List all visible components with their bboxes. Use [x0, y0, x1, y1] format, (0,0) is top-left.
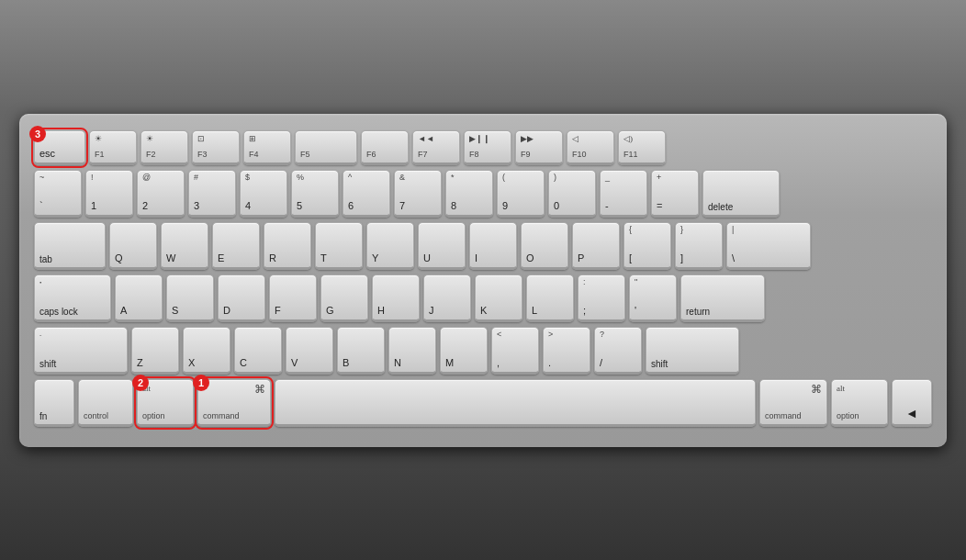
f8-icon: ▶❙❙	[469, 134, 490, 143]
1-key[interactable]: ! 1	[85, 170, 133, 218]
m-key[interactable]: M	[440, 327, 488, 375]
f8-key[interactable]: ▶❙❙ F8	[464, 130, 511, 165]
7-key[interactable]: & 7	[394, 170, 442, 218]
d-key[interactable]: D	[218, 274, 265, 322]
caps-lock-key[interactable]: • caps lock	[34, 274, 111, 322]
option-key-right[interactable]: alt option	[831, 379, 888, 427]
command-key-left[interactable]: 1 ⌘ command	[197, 379, 271, 427]
qwerty-row: tab Q W E R T Y U I O P { [ } ]	[34, 222, 932, 270]
z-key[interactable]: Z	[131, 327, 179, 375]
f10-icon: ◁	[572, 134, 578, 143]
6-key[interactable]: ^ 6	[343, 170, 390, 218]
f10-label: F10	[572, 151, 587, 160]
option-badge: 2	[132, 375, 149, 391]
x-key[interactable]: X	[183, 327, 230, 375]
o-key[interactable]: O	[521, 222, 568, 270]
4-key[interactable]: $ 4	[240, 170, 287, 218]
f2-label: F2	[146, 151, 156, 160]
zxcv-row: - shift Z X C V B N M < , > .	[34, 327, 932, 375]
f7-key[interactable]: ◄◄ F7	[412, 130, 460, 165]
return-key[interactable]: return	[680, 274, 765, 322]
c-key[interactable]: C	[234, 327, 282, 375]
3-key[interactable]: # 3	[188, 170, 236, 218]
q-key[interactable]: Q	[109, 222, 157, 270]
backslash-key[interactable]: | \	[726, 222, 811, 270]
minus-key[interactable]: _ -	[600, 170, 647, 218]
period-key[interactable]: > .	[543, 327, 590, 375]
e-key[interactable]: E	[212, 222, 260, 270]
f7-icon: ◄◄	[418, 134, 434, 143]
f1-key[interactable]: ☀ F1	[89, 130, 137, 165]
f11-label: F11	[623, 151, 638, 160]
w-key[interactable]: W	[161, 222, 208, 270]
esc-key[interactable]: 3 esc	[34, 130, 85, 165]
right-shift-key[interactable]: shift	[646, 327, 739, 375]
bracket-left-key[interactable]: { [	[623, 222, 671, 270]
fn-row: 3 esc ☀ F1 ☀ F2 ⊡ F3 ⊞ F4	[34, 130, 932, 165]
command-key-right[interactable]: ⌘ command	[759, 379, 827, 427]
f5-label: F5	[300, 151, 310, 160]
f11-icon: ◁)	[623, 134, 633, 143]
y-key[interactable]: Y	[366, 222, 414, 270]
f-key[interactable]: F	[269, 274, 317, 322]
f6-key[interactable]: F6	[361, 130, 409, 165]
left-shift-key[interactable]: - shift	[34, 327, 128, 375]
spacebar-key[interactable]	[275, 379, 756, 427]
left-arrow-key[interactable]: ◄	[892, 379, 932, 427]
option-label-left: option	[142, 412, 165, 421]
bracket-right-key[interactable]: } ]	[675, 222, 723, 270]
f3-icon: ⊡	[197, 134, 205, 143]
f4-key[interactable]: ⊞ F4	[243, 130, 291, 165]
bottom-row: fn control 2 alt option 1 ⌘ command	[34, 379, 932, 427]
command-label-left: command	[203, 412, 240, 421]
9-key[interactable]: ( 9	[497, 170, 545, 218]
keyboard-body: 3 esc ☀ F1 ☀ F2 ⊡ F3 ⊞ F4	[19, 114, 947, 447]
f6-label: F6	[366, 151, 376, 160]
j-key[interactable]: J	[423, 274, 471, 322]
n-key[interactable]: N	[388, 327, 436, 375]
delete-key[interactable]: delete	[702, 170, 780, 218]
f9-label: F9	[521, 151, 531, 160]
g-key[interactable]: G	[320, 274, 368, 322]
f3-key[interactable]: ⊡ F3	[192, 130, 240, 165]
equals-key[interactable]: + =	[651, 170, 699, 218]
f10-key[interactable]: ◁ F10	[567, 130, 614, 165]
f5-key[interactable]: F5	[295, 130, 357, 165]
f9-key[interactable]: ▶▶ F9	[515, 130, 563, 165]
semicolon-key[interactable]: : ;	[578, 274, 625, 322]
f1-label: F1	[95, 151, 105, 160]
esc-badge: 3	[29, 126, 46, 142]
u-key[interactable]: U	[418, 222, 466, 270]
h-key[interactable]: H	[372, 274, 420, 322]
t-key[interactable]: T	[315, 222, 363, 270]
option-key-left[interactable]: 2 alt option	[137, 379, 194, 427]
slash-key[interactable]: ? /	[594, 327, 642, 375]
p-key[interactable]: P	[572, 222, 620, 270]
f4-icon: ⊞	[249, 134, 256, 143]
f8-label: F8	[469, 151, 479, 160]
8-key[interactable]: * 8	[445, 170, 493, 218]
f11-key[interactable]: ◁) F11	[618, 130, 666, 165]
a-key[interactable]: A	[115, 274, 163, 322]
f4-label: F4	[249, 151, 259, 160]
fn-key[interactable]: fn	[34, 379, 74, 427]
quote-key[interactable]: " '	[629, 274, 677, 322]
comma-key[interactable]: < ,	[491, 327, 539, 375]
f2-key[interactable]: ☀ F2	[140, 130, 188, 165]
k-key[interactable]: K	[475, 274, 522, 322]
tab-key[interactable]: tab	[34, 222, 106, 270]
f3-label: F3	[197, 151, 208, 160]
control-top-label: control	[84, 412, 108, 421]
v-key[interactable]: V	[286, 327, 333, 375]
i-key[interactable]: I	[469, 222, 517, 270]
control-key[interactable]: control	[78, 379, 133, 427]
5-key[interactable]: % 5	[291, 170, 339, 218]
0-key[interactable]: ) 0	[548, 170, 596, 218]
s-key[interactable]: S	[166, 274, 214, 322]
b-key[interactable]: B	[337, 327, 385, 375]
l-key[interactable]: L	[526, 274, 574, 322]
2-key[interactable]: @ 2	[137, 170, 185, 218]
option-label-right: option	[837, 412, 859, 421]
r-key[interactable]: R	[264, 222, 311, 270]
tilde-key[interactable]: ~ `	[34, 170, 82, 218]
